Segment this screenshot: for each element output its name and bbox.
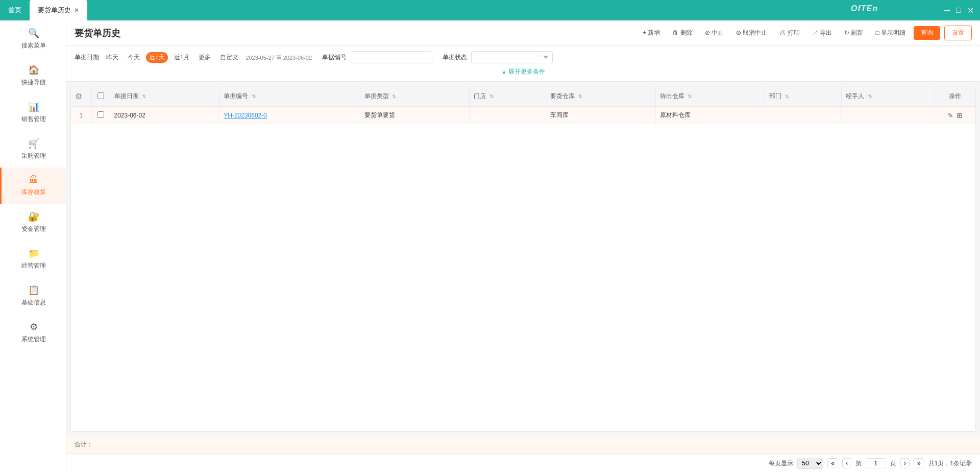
table-settings-icon[interactable]: ⚙: [75, 92, 82, 101]
display-detail-button[interactable]: □ 显示明细: [871, 27, 910, 39]
sidebar-item-basic-info[interactable]: 📋 基础信息: [0, 277, 66, 314]
doc-status-filter-group: 单据状态: [443, 51, 553, 63]
sort-doc-date-icon[interactable]: ⇅: [142, 93, 146, 99]
refresh-button[interactable]: ↻ 刷新: [840, 27, 867, 39]
sales-mgmt-icon: 📊: [28, 101, 39, 112]
expand-more-label: 展开更多条件: [508, 67, 545, 76]
col-header-dept[interactable]: 部门 ⇅: [765, 86, 842, 107]
tab-requisition-history[interactable]: 要货单历史 ✕: [30, 0, 87, 20]
col-header-req-warehouse[interactable]: 要货仓库 ⇅: [546, 86, 656, 107]
total-records-label: 共1页，1条记录: [928, 459, 972, 468]
sidebar-item-purchase-mgmt-label: 采购管理: [21, 152, 46, 160]
print-button[interactable]: 🖨 打印: [775, 27, 803, 39]
col-header-pending-warehouse-label: 待出仓库: [660, 92, 684, 100]
shortcut-today[interactable]: 今天: [125, 52, 143, 63]
col-header-handler-label: 经手人: [846, 92, 864, 100]
add-button[interactable]: + 新增: [639, 27, 664, 39]
doc-status-label: 单据状态: [443, 53, 467, 62]
page-suffix-label: 页: [890, 459, 896, 468]
sort-req-warehouse-icon[interactable]: ⇅: [578, 93, 582, 99]
sort-store-icon[interactable]: ⇅: [489, 93, 494, 99]
shortcut-more[interactable]: 更多: [195, 52, 214, 63]
expand-more-button[interactable]: ∨ 展开更多条件: [75, 67, 972, 76]
export-button[interactable]: ↗ 导出: [808, 27, 836, 39]
select-all-checkbox[interactable]: [97, 92, 104, 99]
doc-number-input[interactable]: [351, 51, 432, 63]
sidebar-item-inventory[interactable]: 🏛 库存核算: [0, 168, 66, 204]
shortcut-last1month[interactable]: 近1月: [171, 52, 193, 63]
col-header-doc-type[interactable]: 单据类型 ⇅: [360, 86, 470, 107]
col-header-doc-type-label: 单据类型: [364, 92, 389, 100]
window-maximize-icon[interactable]: □: [956, 6, 961, 15]
sidebar-item-ops-mgmt-label: 经营管理: [21, 262, 46, 270]
col-header-handler[interactable]: 经手人 ⇅: [842, 86, 935, 107]
quick-nav-icon: 🏠: [28, 64, 39, 76]
page-num-input[interactable]: [866, 458, 886, 468]
action-icons: ✎ ⊞: [939, 111, 972, 120]
shortcut-last7days[interactable]: 近7天: [146, 52, 168, 63]
sidebar-item-purchase-mgmt[interactable]: 🛒 采购管理: [0, 131, 66, 168]
prev-page-button[interactable]: ‹: [842, 458, 851, 468]
row-handler-cell: [842, 107, 935, 124]
sidebar: 🔍 搜索菜单 🏠 快捷导航 📊 销售管理 🛒 采购管理 🏛 库存核算 🔐 资金管…: [0, 20, 66, 473]
row-doc-num-cell[interactable]: YH-20230602-0: [219, 107, 360, 124]
sort-doc-num-icon[interactable]: ⇅: [252, 93, 256, 99]
last-page-button[interactable]: »: [914, 458, 924, 468]
sidebar-item-finance-mgmt[interactable]: 🔐 资金管理: [0, 204, 66, 241]
row-action-cell: ✎ ⊞: [935, 107, 975, 124]
query-button[interactable]: 查询: [914, 26, 940, 40]
row-pending-warehouse-cell: 原材料仓库: [655, 107, 765, 124]
sidebar-item-quick-nav[interactable]: 🏠 快捷导航: [0, 57, 66, 94]
col-header-doc-num[interactable]: 单据编号 ⇅: [219, 86, 360, 107]
data-table: ⚙ 单据日期 ⇅ 单据编号 ⇅: [71, 86, 975, 124]
sidebar-item-inventory-label: 库存核算: [21, 188, 46, 197]
tab-close-icon[interactable]: ✕: [74, 7, 79, 14]
sort-dept-icon[interactable]: ⇅: [785, 93, 789, 99]
tab-bar: 首页 要货单历史 ✕: [0, 0, 87, 20]
next-page-button[interactable]: ›: [900, 458, 910, 468]
row-delete-icon[interactable]: ⊞: [957, 111, 963, 120]
window-close-icon[interactable]: ✕: [967, 6, 974, 15]
cancel-stop-button[interactable]: ⊘ 取消中止: [732, 27, 771, 39]
delete-button[interactable]: 🗑 删除: [668, 27, 696, 39]
sort-doc-type-icon[interactable]: ⇅: [392, 93, 396, 99]
sidebar-item-search-menu[interactable]: 🔍 搜索菜单: [0, 20, 66, 57]
doc-status-select[interactable]: [471, 51, 553, 63]
sidebar-item-sales-mgmt-label: 销售管理: [21, 115, 46, 124]
sidebar-item-sales-mgmt[interactable]: 📊 销售管理: [0, 94, 66, 131]
row-checkbox[interactable]: [97, 111, 104, 118]
stop-button[interactable]: ⊘ 中止: [701, 27, 728, 39]
row-store-cell: [470, 107, 546, 124]
date-shortcuts: 昨天 今天 近7天 近1月 更多 自定义: [103, 52, 241, 63]
first-page-button[interactable]: «: [827, 458, 838, 468]
sort-pending-warehouse-icon[interactable]: ⇅: [688, 93, 692, 99]
sidebar-item-sys-mgmt[interactable]: ⚙ 系统管理: [0, 314, 66, 351]
col-header-checkbox[interactable]: [91, 86, 110, 107]
col-header-doc-date[interactable]: 单据日期 ⇅: [110, 86, 219, 107]
row-dept-cell: [765, 107, 842, 124]
col-header-store[interactable]: 门店 ⇅: [470, 86, 546, 107]
shortcut-yesterday[interactable]: 昨天: [103, 52, 121, 63]
filter-row: 单据日期 昨天 今天 近7天 近1月 更多 自定义 2023-05-27 至 2…: [75, 51, 972, 63]
row-edit-icon[interactable]: ✎: [947, 111, 953, 120]
shortcut-custom[interactable]: 自定义: [217, 52, 241, 63]
tab-home[interactable]: 首页: [0, 0, 30, 20]
sidebar-item-ops-mgmt[interactable]: 📁 经营管理: [0, 241, 66, 277]
row-checkbox-cell[interactable]: [91, 107, 110, 124]
col-header-settings[interactable]: ⚙: [71, 86, 91, 107]
filter-bar: 单据日期 昨天 今天 近7天 近1月 更多 自定义 2023-05-27 至 2…: [66, 46, 980, 82]
brand-logo: OfTEn: [851, 4, 878, 13]
window-minimize-icon[interactable]: ─: [944, 6, 950, 15]
col-header-dept-label: 部门: [769, 92, 781, 100]
sort-handler-icon[interactable]: ⇅: [868, 93, 872, 99]
sys-mgmt-icon: ⚙: [30, 321, 38, 333]
setting-button[interactable]: 设置: [944, 26, 972, 40]
doc-date-label: 单据日期: [75, 53, 99, 62]
col-header-pending-warehouse[interactable]: 待出仓库 ⇅: [655, 86, 765, 107]
table-head: ⚙ 单据日期 ⇅ 单据编号 ⇅: [71, 86, 975, 107]
row-doc-num-link[interactable]: YH-20230602-0: [224, 112, 267, 119]
top-bar: 首页 要货单历史 ✕ ─ □ ✕: [0, 0, 980, 20]
page-size-select[interactable]: 50 100 200: [797, 458, 823, 469]
toolbar: + 新增 🗑 删除 ⊘ 中止 ⊘ 取消中止 🖨 打印 ↗ 导出 ↻ 刷新 □ 显…: [639, 26, 972, 40]
col-header-req-warehouse-label: 要货仓库: [550, 92, 575, 100]
